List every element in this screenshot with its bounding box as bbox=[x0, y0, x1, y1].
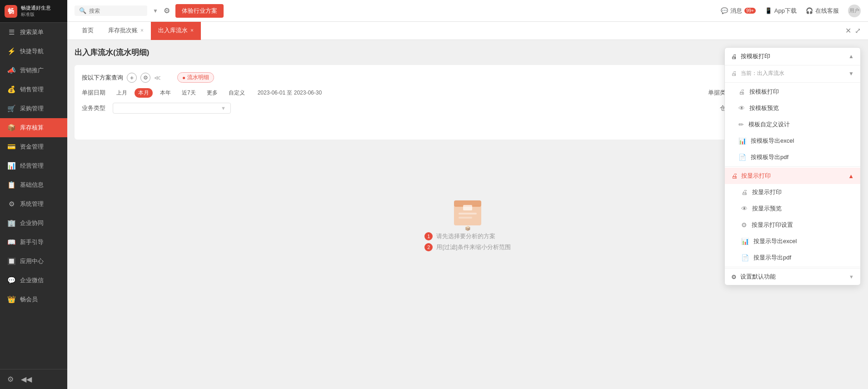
dropdown-template-print-icon: 🖨 bbox=[738, 88, 745, 95]
dropdown-template-design-item[interactable]: ✏ 模板自定义设计 bbox=[725, 116, 860, 133]
sidebar-item-enterprise[interactable]: 🏢 企业协同 bbox=[0, 214, 67, 233]
tab-close-flow[interactable]: × bbox=[190, 27, 194, 34]
sidebar-collapse-icon[interactable]: ◀◀ bbox=[21, 375, 32, 384]
tab-close-batch[interactable]: × bbox=[140, 27, 144, 34]
dropdown-display-pdf-item[interactable]: 📄 按显示导出pdf bbox=[725, 249, 860, 266]
tab-flow[interactable]: 出入库流水× bbox=[151, 22, 201, 40]
nav-icon-member: 👑 bbox=[7, 295, 15, 304]
dropdown-template-print-label: 按模板打印 bbox=[749, 88, 779, 96]
search-chevron-icon[interactable]: ▼ bbox=[153, 8, 158, 14]
date-filter-group: 上月本月本年近7天更多自定义 bbox=[113, 88, 249, 98]
date-btn-3[interactable]: 近7天 bbox=[178, 88, 200, 98]
filter-settings-icon[interactable]: ⚙ bbox=[140, 73, 150, 83]
date-btn-2[interactable]: 本年 bbox=[156, 88, 175, 98]
sidebar-item-member[interactable]: 👑 畅会员 bbox=[0, 290, 67, 309]
dropdown-footer-icon: ⚙ bbox=[731, 274, 737, 280]
nav-label-basic: 基础信息 bbox=[20, 181, 44, 189]
biz-type-label: 业务类型 bbox=[82, 104, 105, 112]
dropdown-divider-2 bbox=[725, 166, 860, 167]
app-title: 畅捷通好生意 bbox=[21, 5, 51, 11]
tab-batch[interactable]: 库存批次账× bbox=[101, 22, 151, 40]
tab-home[interactable]: 首页 bbox=[75, 22, 101, 40]
sidebar-item-wechat[interactable]: 💬 企业微信 bbox=[0, 271, 67, 290]
tabbar: 首页库存批次账×出入库流水× ✕ ⤢ bbox=[67, 22, 868, 40]
filter-tag-icon: ● bbox=[182, 75, 185, 81]
nav-label-sales: 销售管理 bbox=[20, 85, 44, 94]
sidebar-item-operations[interactable]: 📊 经营管理 bbox=[0, 156, 67, 175]
biz-type-select[interactable]: ▼ bbox=[113, 103, 231, 114]
topbar-search-box[interactable]: 🔍 bbox=[75, 5, 147, 16]
dropdown-template-design-icon: ✏ bbox=[738, 121, 744, 128]
nav-icon-sales: 💰 bbox=[7, 85, 15, 94]
topbar-gear-icon[interactable]: ⚙ bbox=[164, 6, 170, 15]
svg-rect-4 bbox=[459, 217, 472, 219]
nav-icon-basic: 📋 bbox=[7, 181, 15, 189]
sidebar-item-basic[interactable]: 📋 基础信息 bbox=[0, 175, 67, 194]
main-area: 🔍 ▼ ⚙ 体验行业方案 💬 消息 99+ 📱 App下载 🎧 在线客服 用户 bbox=[67, 0, 868, 389]
nav-icon-search: ☰ bbox=[7, 28, 15, 36]
dropdown-header-label: 按模板打印 bbox=[741, 52, 770, 60]
sidebar-item-guide[interactable]: 📖 新手引导 bbox=[0, 233, 67, 252]
dropdown-display-preview-item[interactable]: 👁 按显示预览 bbox=[725, 200, 860, 217]
online-service-label: 在线客服 bbox=[815, 7, 839, 15]
online-service-button[interactable]: 🎧 在线客服 bbox=[806, 7, 839, 15]
sidebar-item-search[interactable]: ☰ 搜索菜单 bbox=[0, 23, 67, 42]
dropdown-template-excel-item[interactable]: 📊 按模板导出excel bbox=[725, 133, 860, 149]
dropdown-display-section-chevron[interactable]: ▲ bbox=[848, 173, 854, 180]
dropdown-display-print-icon: 🖨 bbox=[741, 189, 748, 196]
dropdown-display-section-header[interactable]: 🖨 按显示打印 ▲ bbox=[725, 168, 860, 184]
filter-tag[interactable]: ● 流水明细 bbox=[177, 72, 214, 83]
dropdown-print-icon: 🖨 bbox=[731, 53, 737, 60]
app-download-label: App下载 bbox=[774, 7, 797, 15]
dropdown-display-print-item[interactable]: 🖨 按显示打印 bbox=[725, 184, 860, 200]
dropdown-display-excel-item[interactable]: 📊 按显示导出excel bbox=[725, 233, 860, 249]
dropdown-display-section-icon: 🖨 bbox=[731, 172, 738, 180]
tab-expand-icon[interactable]: ⤢ bbox=[855, 26, 861, 35]
date-btn-5[interactable]: 自定义 bbox=[225, 88, 249, 98]
message-icon: 💬 bbox=[721, 7, 728, 14]
dropdown-display-section-label: 按显示打印 bbox=[741, 172, 771, 180]
dropdown-display-settings-item[interactable]: ⚙ 按显示打印设置 bbox=[725, 217, 860, 233]
svg-text:📦: 📦 bbox=[465, 225, 471, 231]
dropdown-footer-label: 设置默认功能 bbox=[740, 273, 776, 281]
dropdown-current-chevron-icon[interactable]: ▼ bbox=[848, 70, 854, 77]
user-avatar[interactable]: 用户 bbox=[848, 5, 861, 17]
dropdown-display-settings-label: 按显示打印设置 bbox=[752, 221, 793, 229]
search-input[interactable] bbox=[89, 8, 143, 14]
sidebar-item-sales[interactable]: 💰 销售管理 bbox=[0, 80, 67, 99]
add-filter-button[interactable]: + bbox=[127, 73, 137, 83]
sidebar-item-inventory[interactable]: 📦 库存核算 bbox=[0, 118, 67, 137]
sidebar-settings-icon[interactable]: ⚙ bbox=[7, 375, 14, 384]
filter-collapse-icon[interactable]: ≪ bbox=[154, 74, 161, 81]
dropdown-template-design-label: 模板自定义设计 bbox=[748, 120, 790, 129]
message-badge: 99+ bbox=[744, 8, 756, 14]
sidebar-item-finance[interactable]: 💳 资金管理 bbox=[0, 137, 67, 156]
nav-label-inventory: 库存核算 bbox=[20, 124, 44, 132]
sidebar-item-apps[interactable]: 🔲 应用中心 bbox=[0, 252, 67, 271]
sidebar-item-shortcut[interactable]: ⚡ 快捷导航 bbox=[0, 42, 67, 61]
sidebar-item-marketing[interactable]: 📣 营销推广 bbox=[0, 61, 67, 80]
sidebar-item-system[interactable]: ⚙ 系统管理 bbox=[0, 194, 67, 214]
dropdown-template-pdf-item[interactable]: 📄 按模板导出pdf bbox=[725, 149, 860, 165]
app-download-button[interactable]: 📱 App下载 bbox=[765, 7, 797, 15]
dropdown-display-settings-icon: ⚙ bbox=[741, 221, 747, 229]
dropdown-current-item[interactable]: 🖨 当前：出入库流水 ▼ bbox=[725, 65, 860, 81]
dropdown-display-print-label: 按显示打印 bbox=[752, 188, 782, 196]
tab-close-icon[interactable]: ✕ bbox=[845, 26, 851, 35]
dropdown-footer-chevron-icon[interactable]: ▼ bbox=[849, 274, 854, 279]
message-button[interactable]: 💬 消息 99+ bbox=[721, 7, 756, 15]
dropdown-template-preview-item[interactable]: 👁 按模板预览 bbox=[725, 100, 860, 116]
dropdown-chevron-up-icon[interactable]: ▲ bbox=[848, 53, 854, 60]
nav-label-finance: 资金管理 bbox=[20, 143, 44, 151]
tab-list: 首页库存批次账×出入库流水× bbox=[75, 22, 201, 40]
sidebar-item-purchase[interactable]: 🛒 采购管理 bbox=[0, 99, 67, 118]
dropdown-footer[interactable]: ⚙ 设置默认功能 ▼ bbox=[725, 268, 860, 285]
nav-label-wechat: 企业微信 bbox=[20, 276, 44, 284]
dropdown-template-print-item[interactable]: 🖨 按模板打印 bbox=[725, 84, 860, 100]
nav-icon-guide: 📖 bbox=[7, 238, 15, 246]
date-btn-1[interactable]: 本月 bbox=[135, 88, 153, 98]
date-btn-0[interactable]: 上月 bbox=[113, 88, 131, 98]
dropdown-template-pdf-icon: 📄 bbox=[738, 154, 746, 161]
date-btn-4[interactable]: 更多 bbox=[203, 88, 221, 98]
industry-solution-button[interactable]: 体验行业方案 bbox=[175, 4, 224, 18]
